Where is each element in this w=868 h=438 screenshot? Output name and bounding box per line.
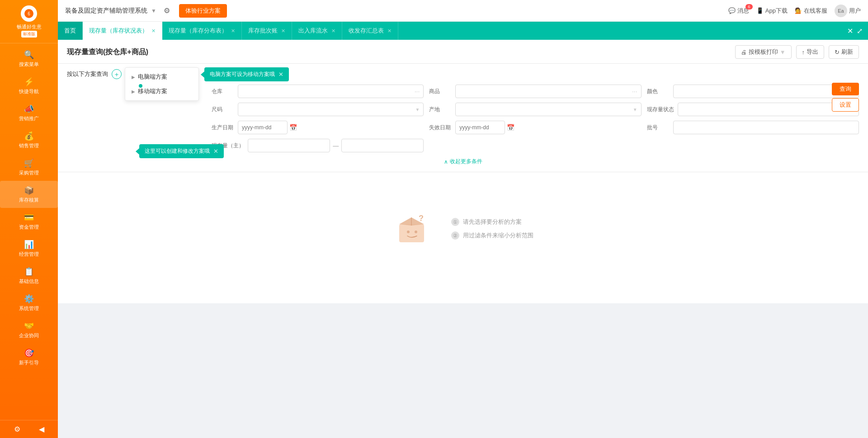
expiry-date-start-input[interactable] [455, 121, 505, 134]
sidebar-collapse-icon[interactable]: ◀ [39, 425, 44, 433]
sidebar-item-label: 系统管理 [19, 305, 39, 312]
filter-warehouse-select[interactable]: ··· [238, 85, 424, 98]
tooltip-pc-arrow-left [201, 71, 204, 78]
sidebar-item-capital[interactable]: 💳 资金管理 [0, 208, 58, 235]
system-dropdown-icon[interactable]: ▼ [151, 8, 156, 14]
svg-text:?: ? [419, 214, 424, 223]
stock-main-min-input[interactable] [248, 139, 330, 152]
tab-in-out-flow-close[interactable]: ✕ [331, 28, 335, 34]
filter-size-label: 尺码 [212, 106, 234, 113]
sidebar-item-label: 快捷导航 [19, 88, 39, 95]
tooltip-pc-close[interactable]: ✕ [278, 71, 283, 78]
filter-size-select[interactable]: ▼ [238, 103, 424, 116]
refresh-icon: ↻ [835, 49, 840, 56]
expiry-date-calendar-icon[interactable]: 📅 [507, 124, 514, 131]
avatar: Ea [835, 5, 847, 17]
filter-add-btn[interactable]: ＋ [112, 69, 122, 79]
empty-state: ? ① 请先选择要分析的方案 ② 用过滤条件来缩小分析范围 [58, 172, 868, 303]
warehouse-dots: ··· [415, 88, 420, 95]
filter-product-select[interactable]: ··· [455, 85, 641, 98]
svg-text:6: 6 [28, 11, 30, 16]
tab-close-all-icon[interactable]: ✕ [845, 25, 855, 37]
logo-icon: 6 [21, 5, 37, 22]
tab-home[interactable]: 首页 [58, 22, 83, 40]
collapse-btn[interactable]: ∧ 收起更多条件 [441, 155, 485, 168]
filter-batch-label: 批号 [647, 124, 670, 132]
hint-text-2: 用过滤条件来缩小分析范围 [463, 231, 533, 240]
filter-origin-select[interactable]: ▼ [455, 103, 641, 116]
production-date-start-input[interactable] [238, 121, 288, 134]
topbar-right: 💬 消息 6 📱 App下载 💁 在线客服 Ea 用户 [728, 5, 861, 17]
online-support-icon: 💁 [795, 7, 802, 14]
sidebar-item-enterprise[interactable]: 🤝 企业协同 [0, 316, 58, 344]
sidebar-item-system[interactable]: ⚙️ 系统管理 [0, 289, 58, 316]
export-btn[interactable]: ↑ 导出 [796, 45, 825, 59]
sidebar-item-label: 经营管理 [19, 251, 39, 258]
tab-inventory-batch[interactable]: 库存批次账 ✕ [242, 22, 292, 40]
sidebar-item-label: 基础信息 [19, 278, 39, 285]
tab-expand-icon[interactable]: ⤢ [855, 25, 864, 37]
tab-inventory-status[interactable]: 现存量（库存状况表） ✕ [83, 22, 162, 40]
scheme-pc-item[interactable]: ▶ 电脑端方案 [125, 70, 198, 84]
tooltip-create-arrow-left [136, 148, 139, 155]
page-title: 现存量查询(按仓库+商品) [67, 47, 148, 57]
filter-batch-input[interactable] [673, 121, 859, 134]
production-date-calendar-icon[interactable]: 📅 [289, 124, 297, 131]
filter-product-label: 商品 [429, 88, 452, 95]
tab-inventory-status-close[interactable]: ✕ [151, 28, 156, 34]
system-icon: ⚙️ [24, 294, 34, 304]
notification-btn[interactable]: 💬 消息 6 [728, 7, 749, 15]
sidebar-item-inventory[interactable]: 📦 库存核算 [0, 181, 58, 208]
stock-main-max-input[interactable] [341, 139, 424, 152]
filter-production-date-field: 生产日期 📅 [212, 121, 424, 134]
topbar-settings-icon[interactable]: ⚙ [164, 6, 170, 15]
active-scheme-dot [139, 84, 142, 88]
app-download-btn[interactable]: 📱 App下载 [756, 7, 788, 15]
filter-fields-container: 仓库 ··· 商品 ··· 颜色 [212, 85, 859, 152]
tab-inventory-distribution[interactable]: 现存量（库存分布表） ✕ [162, 22, 242, 40]
sidebar-item-marketing[interactable]: 📣 营销推广 [0, 99, 58, 127]
sidebar-item-purchase[interactable]: 🛒 采购管理 [0, 154, 58, 181]
sidebar-item-search[interactable]: 🔍 搜索菜单 [0, 45, 58, 72]
filter-expiry-date-range: 📅 [455, 121, 641, 134]
empty-hints: ① 请先选择要分析的方案 ② 用过滤条件来缩小分析范围 [451, 218, 533, 240]
search-btn[interactable]: 查询 [832, 83, 859, 95]
template-print-btn[interactable]: 🖨 按模板打印 ▼ [735, 45, 792, 59]
sidebar-item-basic[interactable]: 📋 基础信息 [0, 262, 58, 289]
tab-inventory-batch-close[interactable]: ✕ [281, 28, 285, 34]
reset-btn[interactable]: 设置 [832, 98, 859, 112]
sidebar-item-sales[interactable]: 💰 销售管理 [0, 127, 58, 154]
online-support-btn[interactable]: 💁 在线客服 [795, 7, 827, 15]
tab-collect-summary[interactable]: 收发存汇总表 ✕ [342, 22, 398, 40]
tab-inventory-distribution-close[interactable]: ✕ [231, 28, 235, 34]
purchase-icon: 🛒 [24, 158, 34, 168]
sidebar-item-label: 企业协同 [19, 332, 39, 339]
tooltip-create-close[interactable]: ✕ [213, 148, 218, 155]
user-area[interactable]: Ea 用户 [835, 5, 861, 17]
hint-num-2: ② [451, 231, 459, 240]
sidebar-item-newbie[interactable]: 🎯 新手引导 [0, 344, 58, 371]
empty-illustration: ? [392, 208, 433, 249]
filter-production-date-range: 📅 [238, 121, 424, 134]
sidebar-item-label: 资金管理 [19, 224, 39, 231]
scheme-mobile-item[interactable]: ▶ 移动端方案 [125, 84, 198, 99]
tab-in-out-flow[interactable]: 出入库流水 ✕ [292, 22, 342, 40]
sidebar-settings-icon[interactable]: ⚙ [14, 425, 20, 433]
tooltip-create-scheme: 这里可以创建和修改方案哦 ✕ [139, 144, 224, 158]
tab-collect-summary-close[interactable]: ✕ [387, 28, 392, 34]
filter-row-3: 生产日期 📅 失效日期 📅 批号 [212, 121, 859, 134]
filter-color-select[interactable]: ▼ [673, 85, 859, 98]
tab-collect-summary-label: 收发存汇总表 [349, 27, 384, 35]
filter-row-1: 仓库 ··· 商品 ··· 颜色 [212, 85, 859, 98]
empty-hint-1: ① 请先选择要分析的方案 [451, 218, 533, 226]
sidebar-item-operation[interactable]: 📊 经营管理 [0, 235, 58, 262]
filter-color-field: 颜色 ▼ [647, 85, 859, 98]
sidebar-logo-text: 畅通好生意 [17, 24, 42, 30]
tab-inventory-distribution-label: 现存量（库存分布表） [169, 27, 227, 35]
sidebar-item-quick-nav[interactable]: ⚡ 快捷导航 [0, 72, 58, 99]
hint-num-1: ① [451, 218, 459, 226]
svg-point-5 [407, 231, 410, 233]
industry-btn[interactable]: 体验行业方案 [179, 4, 227, 18]
filter-size-field: 尺码 ▼ [212, 103, 424, 116]
refresh-btn[interactable]: ↻ 刷新 [829, 45, 859, 59]
